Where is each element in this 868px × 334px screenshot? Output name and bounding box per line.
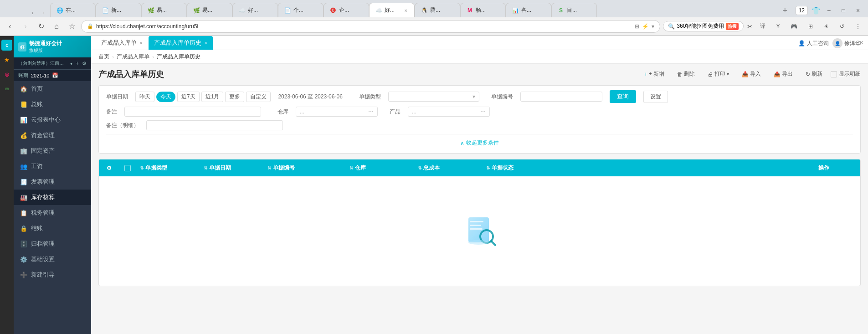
th-warehouse[interactable]: ⇅ 仓库: [346, 159, 414, 176]
icon-bar-item-2[interactable]: ⊗: [1, 69, 12, 80]
icon-bar-item-3[interactable]: ✉: [1, 83, 12, 94]
date-btn-custom[interactable]: 自定义: [246, 92, 271, 102]
th-gear[interactable]: ⚙: [99, 160, 119, 176]
browser-tab-4[interactable]: 🌿 易...: [187, 3, 232, 17]
browser-tab-12[interactable]: S 目...: [551, 3, 597, 17]
detail-remark-input[interactable]: [146, 120, 283, 130]
query-btn[interactable]: 查询: [610, 90, 636, 103]
browser-tab-7[interactable]: 🅒 企...: [324, 3, 369, 17]
remark-input[interactable]: [124, 107, 261, 117]
page-area: 产成品入库单历史 + + 新增 🗑 删除 🖨 打印 ▾: [91, 64, 868, 334]
import-icon: 📥: [742, 71, 749, 77]
sidebar-item-basic[interactable]: ⚙️ 基础设置: [14, 252, 91, 267]
sidebar-item-closing[interactable]: 🔒 结账: [14, 221, 91, 236]
search-box[interactable]: 🔍 360智能抠图免费用 热搜: [663, 21, 744, 31]
date-btn-7days[interactable]: 近7天: [177, 92, 200, 102]
sidebar-item-reports[interactable]: 📊 云报表中心: [14, 112, 91, 128]
breadcrumb-list[interactable]: 产成品入库单: [117, 53, 149, 61]
icon-bar-item-1[interactable]: ★: [1, 54, 12, 65]
sidebar-item-invoice[interactable]: 🧾 发票管理: [14, 174, 91, 190]
warehouse-select[interactable]: ... ⋯: [296, 107, 378, 117]
browser-tab-10[interactable]: M 畅...: [460, 3, 506, 17]
company-add-icon[interactable]: +: [76, 60, 79, 67]
new-tab-btn[interactable]: +: [778, 4, 792, 17]
invoice-icon: 🧾: [20, 178, 27, 185]
translate-btn[interactable]: 译: [756, 21, 769, 31]
print-btn[interactable]: 🖨 打印 ▾: [703, 68, 734, 80]
refresh-label: 刷新: [812, 70, 822, 78]
forward-btn[interactable]: ›: [19, 20, 32, 33]
minimize-btn[interactable]: −: [822, 4, 835, 17]
collapse-btn[interactable]: ∧ 收起更多条件: [106, 137, 853, 149]
close-btn[interactable]: ×: [852, 4, 864, 17]
sidebar-item-archive[interactable]: 🗄️ 归档管理: [14, 236, 91, 252]
browser-tab-2[interactable]: 📄 新...: [96, 3, 141, 17]
refresh-btn[interactable]: ↻ 刷新: [801, 68, 827, 80]
consult-btn[interactable]: 👤 人工咨询: [798, 40, 829, 47]
url-bar[interactable]: 🔒 https://cloud.chanjet.com/accounting/u…: [81, 20, 660, 33]
browser-tab-11[interactable]: 📊 各...: [506, 3, 551, 17]
user-profile-btn[interactable]: 👤 徐泽华: [832, 38, 861, 48]
content-tab-list[interactable]: 产成品入库单 ×: [96, 36, 148, 50]
period-calendar-icon[interactable]: 📅: [52, 72, 58, 78]
th-date[interactable]: ⇅ 单据日期: [200, 159, 264, 176]
content-tab-history[interactable]: 产成品入库单历史 ×: [149, 36, 212, 50]
product-select[interactable]: ... ⋯: [408, 107, 490, 117]
sidebar-logo-sub: 旗舰版: [29, 47, 62, 54]
delete-btn[interactable]: 🗑 删除: [673, 68, 699, 80]
browser-tab-3[interactable]: 🌿 易...: [141, 3, 187, 17]
nav-back-btn[interactable]: ‹: [27, 7, 37, 17]
sidebar-item-finance[interactable]: 💰 资金管理: [14, 128, 91, 143]
th-total-cost[interactable]: ⇅ 总成本: [414, 159, 483, 176]
th-type[interactable]: ⇅ 单据类型: [136, 159, 200, 176]
export-btn[interactable]: 📤 导出: [769, 68, 797, 80]
date-btn-1month[interactable]: 近1月: [201, 92, 224, 102]
sidebar-item-tax[interactable]: 📋 税务管理: [14, 205, 91, 221]
import-btn[interactable]: 📥 导入: [737, 68, 765, 80]
home-btn[interactable]: ⌂: [50, 20, 63, 33]
sidebar-item-assets[interactable]: 🏢 固定资产: [14, 143, 91, 159]
more-btn[interactable]: ⋮: [852, 22, 864, 31]
voucher-no-input[interactable]: [520, 92, 602, 102]
bookmark-btn[interactable]: ☆: [66, 20, 78, 33]
icon-bar-logo[interactable]: c: [1, 40, 12, 51]
sidebar-item-inventory[interactable]: 🏭 库存核算: [14, 190, 91, 205]
th-check[interactable]: [119, 160, 136, 176]
browser-tab-8[interactable]: ☁️ 好... ×: [369, 3, 415, 17]
content-tab-list-close[interactable]: ×: [139, 40, 142, 46]
sidebar-item-new-account[interactable]: ➕ 新建引导: [14, 267, 91, 283]
brightness-btn[interactable]: ☀: [820, 22, 832, 31]
tab-8-close[interactable]: ×: [403, 7, 409, 14]
game-btn[interactable]: 🎮: [787, 22, 801, 31]
tab-3-icon: 🌿: [147, 7, 154, 14]
breadcrumb-home[interactable]: 首页: [98, 53, 109, 61]
th-action-label: 操作: [818, 164, 829, 172]
sidebar-item-home[interactable]: 🏠 首页: [14, 81, 91, 97]
grid-view-btn[interactable]: ⊞: [805, 22, 817, 31]
date-btn-yesterday[interactable]: 昨天: [135, 92, 154, 102]
th-status[interactable]: ⇅ 单据状态: [483, 159, 815, 176]
back-btn[interactable]: ‹: [4, 20, 16, 33]
browser-tab-5[interactable]: ☁️ 好...: [232, 3, 278, 17]
currency-btn[interactable]: ¥: [773, 22, 783, 31]
th-no[interactable]: ⇅ 单据编号: [264, 159, 346, 176]
new-btn[interactable]: + + 新增: [640, 68, 669, 80]
display-checkbox[interactable]: [831, 71, 837, 77]
settings-btn[interactable]: 设置: [643, 91, 668, 103]
sidebar-closing-label: 结账: [31, 224, 43, 232]
undo-btn[interactable]: ↺: [836, 22, 848, 31]
refresh-btn[interactable]: ↻: [35, 20, 47, 33]
content-tab-history-close[interactable]: ×: [204, 40, 207, 46]
date-btn-today[interactable]: 今天: [156, 92, 175, 102]
maximize-btn[interactable]: □: [837, 4, 850, 17]
company-dropdown-icon[interactable]: ▾: [70, 61, 72, 66]
browser-tab-1[interactable]: 🌐 在...: [50, 3, 96, 17]
sidebar-item-payroll[interactable]: 👥 工资: [14, 159, 91, 174]
nav-forward-btn[interactable]: ›: [38, 7, 48, 17]
browser-tab-6[interactable]: 📄 个...: [278, 3, 324, 17]
sidebar-item-ledger[interactable]: 📒 总账: [14, 97, 91, 112]
browser-tab-9[interactable]: 🐧 腾...: [415, 3, 460, 17]
voucher-type-select[interactable]: ▾: [388, 92, 479, 102]
company-settings-icon[interactable]: ⚙: [82, 61, 87, 67]
date-btn-more[interactable]: 更多: [225, 92, 244, 102]
